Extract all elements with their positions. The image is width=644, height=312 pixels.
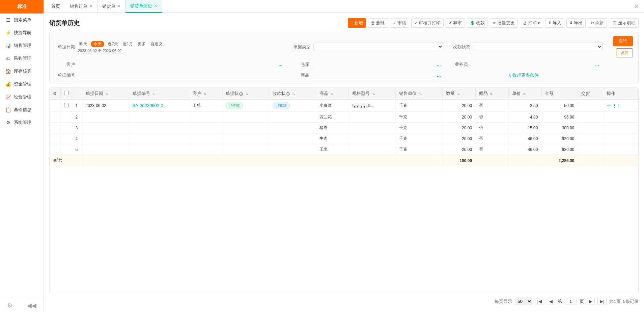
sidebar-settings-icon[interactable]: ⚙ <box>7 302 12 309</box>
row-checkbox-col <box>60 133 72 144</box>
goods-ellipsis-icon[interactable]: ... <box>437 73 441 78</box>
sidebar-item-sales-mgmt[interactable]: 📊 销售管理 <box>0 39 44 52</box>
col-unit-price[interactable]: 单价 ⇅ <box>508 88 541 100</box>
doc-no-link[interactable]: SA-20230602-0 <box>133 103 163 108</box>
row-customer <box>189 123 222 133</box>
col-goods[interactable]: 商品 ⇅ <box>316 88 349 100</box>
row-quantity: 20.00 <box>443 100 476 112</box>
date-tab-yesterday[interactable]: 昨天 <box>78 41 89 48</box>
customer-ellipsis-icon[interactable]: ... <box>278 62 282 67</box>
inventory-icon: 🏠 <box>5 68 11 74</box>
row-edit-icon[interactable]: ✏ <box>607 103 611 108</box>
goods-input[interactable] <box>312 72 434 79</box>
prev-page-button[interactable]: ◀ <box>547 298 555 305</box>
col-doc-date[interactable]: 单据日期 ⇅ <box>82 88 129 100</box>
row-checkbox[interactable] <box>64 103 68 107</box>
col-gift[interactable]: 赠品 ⇅ <box>476 88 509 100</box>
sales-mgmt-icon: 📊 <box>5 43 11 49</box>
row-customer <box>189 144 222 155</box>
row-doc-status <box>222 133 269 144</box>
date-tab-custom[interactable]: 自定义 <box>149 41 164 48</box>
row-gift: 否 <box>476 133 509 144</box>
per-page-select[interactable]: 50 20 100 <box>515 297 532 305</box>
delete-button[interactable]: 🗑 删除 <box>368 18 388 28</box>
sidebar-item-ops-mgmt[interactable]: 📈 经营管理 <box>0 90 44 103</box>
sidebar-item-basic-info[interactable]: 📋 基础信息 <box>0 103 44 116</box>
select-all-checkbox[interactable] <box>64 91 68 95</box>
tab-sales-order-close-icon[interactable]: ✕ <box>89 4 92 8</box>
row-doc-no <box>129 144 189 155</box>
col-gear[interactable]: ⚙ <box>50 88 60 100</box>
discard-button[interactable]: ✗ 弃审 <box>446 18 465 28</box>
date-tab-today[interactable]: 今天 <box>91 41 104 47</box>
first-page-button[interactable]: |◀ <box>535 298 544 305</box>
doc-status-badge: 已生效 <box>226 102 243 109</box>
row-more-icon[interactable]: ⋮⋮ <box>612 103 621 108</box>
date-tab-7days[interactable]: 近7天 <box>106 41 119 48</box>
col-row-num <box>72 88 82 100</box>
salesperson-ellipsis-icon[interactable]: ... <box>595 62 599 67</box>
tab-sales-history-close-icon[interactable]: ✕ <box>154 4 157 8</box>
row-amount: 920.00 <box>541 133 578 144</box>
print-button[interactable]: 🖨 打印 ▾ <box>520 18 543 28</box>
col-customer[interactable]: 客户 ⇅ <box>189 88 222 100</box>
filter-group-doc-type: 单据类型 <box>290 43 443 51</box>
doc-type-select[interactable] <box>313 43 443 51</box>
page-input[interactable] <box>565 298 577 305</box>
row-customer: 王总 <box>189 100 222 112</box>
batch-change-button[interactable]: ✏ 批量变更 <box>490 18 518 28</box>
next-page-button[interactable]: ▶ <box>587 298 595 305</box>
sidebar-item-quick-nav[interactable]: ⚡ 快捷导航 <box>0 26 44 39</box>
date-label: 单据日期 <box>55 44 75 50</box>
date-tab-more[interactable]: 更多 <box>136 41 147 48</box>
sidebar-item-purchase-mgmt[interactable]: 🏷 采购管理 <box>0 52 44 65</box>
row-doc-date <box>82 144 129 155</box>
row-spec <box>349 112 396 123</box>
refresh-button[interactable]: ↻ 刷新 <box>588 18 607 28</box>
customer-input[interactable] <box>78 61 276 68</box>
row-spec <box>349 123 396 133</box>
collect-button[interactable]: 💲 收款 <box>467 18 488 28</box>
export-button[interactable]: ⬇ 导出 <box>566 18 586 28</box>
date-tab-1month[interactable]: 近1月 <box>121 41 135 48</box>
sidebar-item-label: 基础信息 <box>14 107 31 113</box>
sidebar-item-inventory[interactable]: 🏠 库存核算 <box>0 65 44 78</box>
sidebar-collapse-icon[interactable]: ◀◀ <box>27 302 36 309</box>
filter-settings-button[interactable]: 设置 <box>616 48 633 57</box>
summary-label: 合计: <box>50 155 82 166</box>
doc-no-input[interactable] <box>78 72 282 79</box>
collapse-button[interactable]: ∧ 收起更多条件 <box>508 72 539 78</box>
import-button[interactable]: ⬆ 导入 <box>545 18 564 28</box>
query-button[interactable]: 查询 <box>613 36 633 46</box>
row-transaction <box>578 100 603 112</box>
last-page-button[interactable]: ▶| <box>597 298 607 305</box>
row-unit: 千克 <box>396 100 443 112</box>
add-button[interactable]: + 新增 <box>348 18 366 28</box>
row-doc-no <box>129 123 189 133</box>
sidebar-item-finance-mgmt[interactable]: 💰 资金管理 <box>0 78 44 90</box>
col-quantity[interactable]: 数量 ⇅ <box>443 88 476 100</box>
row-checkbox-col <box>60 144 72 155</box>
warehouse-input[interactable] <box>312 61 434 68</box>
salesperson-input[interactable] <box>471 61 593 68</box>
tab-home[interactable]: 首页 <box>47 0 65 13</box>
sidebar-item-system-mgmt[interactable]: ⚙ 系统管理 <box>0 116 44 129</box>
row-amount: 300.00 <box>541 123 578 133</box>
col-doc-no[interactable]: 单据编号 ⇅ <box>129 88 189 100</box>
col-pay-status[interactable]: 收款状态 ⇅ <box>269 88 316 100</box>
payment-status-select[interactable] <box>473 43 603 51</box>
col-spec[interactable]: 规格型号 ⇅ <box>349 88 396 100</box>
audit-button[interactable]: ✓ 审核 <box>390 18 409 28</box>
sidebar-item-search-menu[interactable]: ☰ 搜索菜单 <box>0 14 44 26</box>
collapse-label: 收起更多条件 <box>512 72 539 78</box>
tab-sales-goods[interactable]: 销货单 ✕ <box>97 0 125 13</box>
tab-sales-goods-close-icon[interactable]: ✕ <box>117 4 120 8</box>
tab-sales-order[interactable]: 销售订单 ✕ <box>65 0 97 13</box>
col-unit[interactable]: 销售单位 ⇅ <box>396 88 443 100</box>
show-detail-button[interactable]: 📋 显示明细 <box>609 18 639 28</box>
tab-sales-history[interactable]: 销货单历史 ✕ <box>125 0 162 13</box>
col-doc-status[interactable]: 单据状态 ⇅ <box>222 88 269 100</box>
tab-bar-close-icon[interactable]: ✕ <box>632 3 641 9</box>
audit-print-button[interactable]: ✓ 审核并打印 <box>411 18 444 28</box>
warehouse-ellipsis-icon[interactable]: ... <box>437 62 441 67</box>
